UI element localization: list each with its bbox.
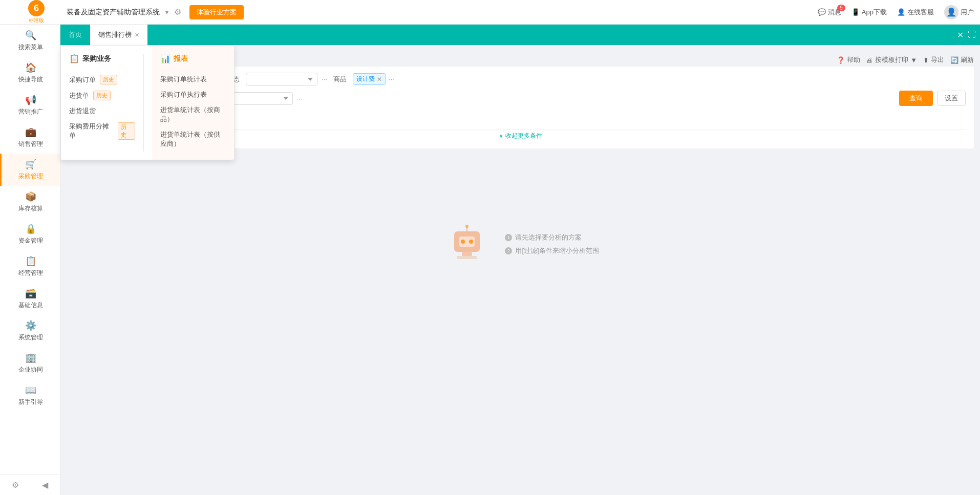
sidebar-item-label: 营销推广 bbox=[18, 107, 43, 116]
app-download-btn[interactable]: 📱 App下载 bbox=[851, 8, 887, 17]
sidebar-item-inventory[interactable]: 📦 库存核算 bbox=[0, 186, 60, 218]
salesperson-ellipsis[interactable]: ··· bbox=[297, 95, 303, 102]
svg-rect-4 bbox=[462, 252, 472, 256]
user-btn[interactable]: 👤 用户 bbox=[944, 5, 974, 19]
inventory-icon: 📦 bbox=[25, 191, 36, 202]
print-icon: 🖨 bbox=[866, 56, 873, 64]
dropdown-item-purchase-arrival[interactable]: 进货单 历史 bbox=[69, 88, 135, 103]
messages-btn[interactable]: 💬 消息 9 bbox=[818, 8, 841, 17]
sidebar-item-quick-nav[interactable]: 🏠 快捷导航 bbox=[0, 57, 60, 89]
product-tag-close[interactable]: ✕ bbox=[377, 76, 382, 83]
empty-state: 1 请先选择要分析的方案 2 用[过滤]条件来缩小分析范围 bbox=[67, 155, 974, 334]
query-btn[interactable]: 查询 bbox=[899, 91, 933, 106]
print-dropdown-icon[interactable]: ▼ bbox=[910, 56, 917, 64]
dropdown-item-arrival-stat-supplier[interactable]: 进货单统计表（按供应商） bbox=[160, 127, 226, 152]
voucher-status-select[interactable] bbox=[246, 73, 317, 85]
sidebar-item-sales[interactable]: 💼 销售管理 bbox=[0, 121, 60, 154]
dropdown-item-label: 进货退货 bbox=[69, 106, 96, 116]
tab-close-all-btn[interactable]: ✕ bbox=[957, 30, 964, 40]
tab-bar: 首页 销售排行榜 ✕ ✕ ⛶ 📋 采购业务 bbox=[60, 25, 980, 45]
dropdown-overlay: 📋 采购业务 采购订单 历史 进货单 历史 进货退货 bbox=[60, 45, 235, 160]
sidebar-item-label: 库存核算 bbox=[18, 204, 43, 213]
sidebar-item-label: 搜索菜单 bbox=[18, 43, 43, 52]
dropdown-item-label: 进货单 bbox=[69, 91, 89, 100]
sidebar-item-marketing[interactable]: 📢 营销推广 bbox=[0, 89, 60, 121]
sidebar: 🔍 搜索菜单 🏠 快捷导航 📢 营销推广 💼 销售管理 🛒 采购管理 📦 库存核… bbox=[0, 25, 60, 495]
product-ellipsis[interactable]: ··· bbox=[389, 75, 394, 83]
tab-sales-rank[interactable]: 销售排行榜 ✕ bbox=[90, 25, 147, 45]
sidebar-item-base-info[interactable]: 🗃️ 基础信息 bbox=[0, 283, 60, 315]
sidebar-item-purchase[interactable]: 🛒 采购管理 bbox=[0, 154, 60, 186]
help-btn[interactable]: ❓ 帮助 bbox=[837, 55, 860, 64]
print-label: 按模板打印 bbox=[875, 55, 908, 64]
sidebar-bottom: ⚙ ◀ bbox=[0, 475, 60, 495]
sidebar-item-enterprise[interactable]: 🏢 企业协同 bbox=[0, 347, 60, 379]
dropdown-item-label: 采购费用分摊单 bbox=[69, 122, 114, 140]
dropdown-item-label: 采购订单执行表 bbox=[160, 90, 207, 99]
print-btn[interactable]: 🖨 按模板打印 ▼ bbox=[866, 55, 917, 64]
tab-close-icon[interactable]: ✕ bbox=[135, 32, 139, 38]
sidebar-item-label: 经营管理 bbox=[18, 269, 43, 277]
sales-icon: 💼 bbox=[25, 126, 36, 138]
messages-badge: 9 bbox=[837, 5, 845, 11]
svg-point-2 bbox=[461, 240, 465, 244]
export-btn[interactable]: ⬆ 导出 bbox=[923, 55, 944, 64]
product-label: 商品 bbox=[333, 75, 347, 84]
base-info-icon: 🗃️ bbox=[25, 288, 36, 299]
sidebar-item-label: 基础信息 bbox=[18, 301, 43, 310]
tab-expand-btn[interactable]: ⛶ bbox=[968, 30, 976, 39]
sidebar-item-label: 采购管理 bbox=[18, 172, 43, 181]
settings-bottom-btn[interactable]: ⚙ bbox=[12, 480, 19, 490]
dropdown-item-purchase-order[interactable]: 采购订单 历史 bbox=[69, 72, 135, 88]
dropdown-item-purchase-order-stat[interactable]: 采购订单统计表 bbox=[160, 72, 226, 87]
empty-hint-1: 1 请先选择要分析的方案 bbox=[505, 231, 599, 244]
dropdown-arrow-icon[interactable]: ▼ bbox=[164, 9, 170, 16]
sidebar-item-finance[interactable]: 🔒 资金管理 bbox=[0, 218, 60, 250]
tab-bar-right: ✕ ⛶ bbox=[957, 25, 980, 45]
sidebar-item-search[interactable]: 🔍 搜索菜单 bbox=[0, 25, 60, 57]
top-header: 6 标准版 装备及固定资产辅助管理系统 ▼ ⚙ 体验行业方案 💬 消息 9 📱 … bbox=[0, 0, 980, 25]
purchase-section-title: 📋 采购业务 bbox=[69, 54, 135, 66]
empty-hint-2-text: 用[过滤]条件来缩小分析范围 bbox=[515, 244, 599, 257]
newbie-icon: 📖 bbox=[25, 384, 36, 396]
refresh-btn[interactable]: 🔄 刷新 bbox=[950, 55, 974, 64]
export-label: 导出 bbox=[931, 55, 944, 64]
voucher-status-ellipsis[interactable]: ··· bbox=[322, 75, 327, 83]
marketing-icon: 📢 bbox=[25, 94, 36, 105]
phone-icon: 📱 bbox=[851, 8, 860, 16]
trial-button[interactable]: 体验行业方案 bbox=[189, 5, 244, 19]
system-title: 装备及固定资产辅助管理系统 bbox=[67, 8, 160, 17]
dropdown-item-label: 采购订单 bbox=[69, 75, 96, 84]
export-icon: ⬆ bbox=[923, 56, 929, 64]
dropdown-item-arrival-stat-product[interactable]: 进货单统计表（按商品） bbox=[160, 102, 226, 127]
logo-icon: 6 bbox=[28, 0, 45, 16]
report-section-icon: 📊 bbox=[160, 54, 171, 63]
menu-divider bbox=[143, 54, 144, 152]
online-service-btn[interactable]: 👤 在线客服 bbox=[897, 8, 934, 17]
svg-point-3 bbox=[469, 240, 473, 244]
empty-illustration bbox=[441, 221, 493, 267]
online-service-label: 在线客服 bbox=[907, 8, 934, 17]
collapse-label: 收起更多条件 bbox=[505, 132, 542, 140]
gear-icon[interactable]: ⚙ bbox=[174, 7, 181, 17]
user-label: 用户 bbox=[961, 8, 974, 17]
tab-sales-rank-label: 销售排行榜 bbox=[98, 30, 132, 39]
tab-home-label: 首页 bbox=[69, 30, 82, 39]
settings-btn[interactable]: 设置 bbox=[937, 91, 966, 106]
dropdown-item-purchase-expense[interactable]: 采购费用分摊单 历史 bbox=[69, 119, 135, 143]
empty-text: 1 请先选择要分析的方案 2 用[过滤]条件来缩小分析范围 bbox=[505, 231, 599, 257]
sidebar-item-system[interactable]: ⚙️ 系统管理 bbox=[0, 315, 60, 347]
tab-home[interactable]: 首页 bbox=[60, 25, 90, 45]
report-section-title: 📊 报表 bbox=[160, 54, 226, 66]
dropdown-item-purchase-return[interactable]: 进货退货 bbox=[69, 103, 135, 119]
message-icon: 💬 bbox=[818, 8, 826, 16]
purchase-section-icon: 📋 bbox=[69, 54, 79, 63]
service-icon: 👤 bbox=[897, 8, 905, 16]
help-label: 帮助 bbox=[847, 55, 860, 64]
sidebar-item-operations[interactable]: 📋 经营管理 bbox=[0, 250, 60, 283]
dropdown-item-purchase-order-exec[interactable]: 采购订单执行表 bbox=[160, 87, 226, 102]
history-tag: 历史 bbox=[93, 91, 111, 100]
collapse-sidebar-btn[interactable]: ◀ bbox=[42, 480, 48, 490]
report-section-label: 报表 bbox=[174, 54, 188, 63]
sidebar-item-newbie[interactable]: 📖 新手引导 bbox=[0, 379, 60, 412]
